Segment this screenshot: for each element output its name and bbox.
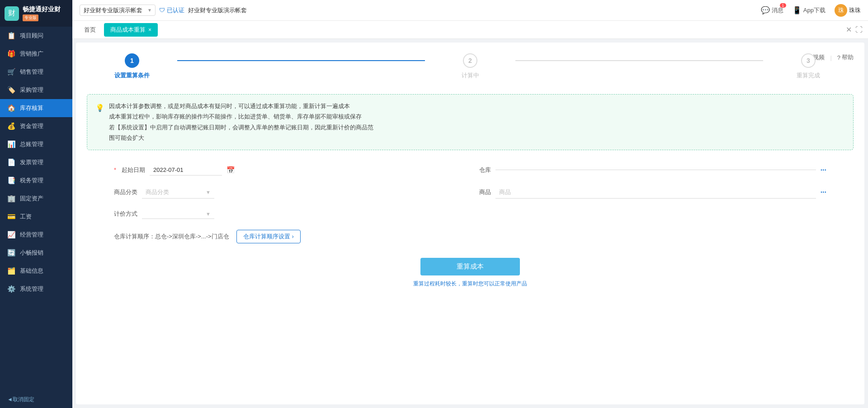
step-line-1-2 bbox=[177, 60, 425, 61]
sidebar-label-system: 系统管理 bbox=[20, 285, 43, 293]
warehouse-order-label: 仓库计算顺序：总仓->深圳仓库->...->门店仓 bbox=[114, 232, 229, 241]
sidebar-item-salary[interactable]: 💳 工资 bbox=[0, 208, 72, 226]
sidebar-item-sales[interactable]: 🛒 销售管理 bbox=[0, 63, 72, 81]
calendar-icon[interactable]: 📅 bbox=[226, 166, 235, 174]
category-select[interactable]: 商品分类 ▼ bbox=[142, 186, 214, 199]
sidebar-item-inventory[interactable]: 🏠 库存核算 bbox=[0, 99, 72, 117]
system-icon: ⚙️ bbox=[7, 285, 15, 293]
goods-field: 商品 商品 ··· bbox=[479, 186, 826, 199]
sidebar-item-marketing[interactable]: 🎁 营销推广 bbox=[0, 45, 72, 63]
start-date-field: * 起始日期 📅 bbox=[114, 165, 461, 176]
user-profile[interactable]: 珠 珠珠 bbox=[835, 4, 861, 17]
sidebar-label-marketing: 营销推广 bbox=[20, 50, 43, 58]
recalculate-button[interactable]: 重算成本 bbox=[420, 258, 520, 275]
form-row-3: 计价方式 ▼ bbox=[114, 209, 826, 219]
help-link[interactable]: ? 帮助 bbox=[837, 53, 854, 62]
message-action[interactable]: 💬 消息 1 bbox=[761, 6, 783, 14]
sidebar-pin-toggle[interactable]: ◄取消固定 bbox=[0, 391, 72, 408]
header: 好业财专业版演示帐套 ▼ 🛡 已认证 好业财专业版演示帐套 💬 消息 1 📱 A… bbox=[72, 0, 868, 21]
recalc-hint: 重算过程耗时较长，重算时您可以正常使用产品 bbox=[413, 280, 527, 288]
sidebar-item-purchase[interactable]: 🏷️ 采购管理 bbox=[0, 81, 72, 99]
sidebar-item-finance[interactable]: 💰 资金管理 bbox=[0, 117, 72, 135]
app-download-label: App下载 bbox=[803, 6, 826, 14]
sidebar-item-invoice[interactable]: 📄 发票管理 bbox=[0, 153, 72, 171]
tabs-bar: 首页 商品成本重算 × ✕ ⛶ bbox=[72, 21, 868, 39]
logo-icon: 财 bbox=[5, 6, 19, 21]
warehouse-more-icon[interactable]: ··· bbox=[821, 166, 826, 174]
start-date-input[interactable] bbox=[150, 165, 222, 176]
finance-icon: 💰 bbox=[7, 122, 15, 130]
info-box-content: 因成本计算参数调整，或是对商品成本有疑问时，可以通过成本重算功能，重新计算一遍成… bbox=[109, 101, 373, 143]
help-label: 帮助 bbox=[842, 53, 854, 62]
step1-label: 设置重算条件 bbox=[114, 71, 150, 80]
category-field: 商品分类 商品分类 ▼ bbox=[114, 186, 461, 199]
expand-window-icon[interactable]: ⛶ bbox=[855, 26, 863, 34]
expense-icon: 🔄 bbox=[7, 249, 15, 257]
start-date-label: 起始日期 bbox=[122, 166, 145, 174]
ledger-icon: 📊 bbox=[7, 140, 15, 148]
info-line-1: 因成本计算参数调整，或是对商品成本有疑问时，可以通过成本重算功能，重新计算一遍成… bbox=[109, 101, 373, 111]
assets-icon: 🏢 bbox=[7, 195, 15, 203]
message-badge: 1 bbox=[780, 3, 786, 8]
sidebar-item-project[interactable]: 📋 项目顾问 bbox=[0, 27, 72, 45]
shield-icon: 🛡 bbox=[159, 7, 165, 14]
step-1: 1 设置重算条件 bbox=[87, 53, 177, 80]
step3-number: 3 bbox=[807, 57, 810, 64]
sidebar-item-system[interactable]: ⚙️ 系统管理 bbox=[0, 280, 72, 298]
sidebar-logo: 财 畅捷通好业财 专业版 bbox=[0, 0, 72, 27]
logo-text: 畅捷通好业财 专业版 bbox=[23, 5, 61, 21]
sidebar-label-purchase: 采购管理 bbox=[20, 86, 43, 94]
message-icon: 💬 bbox=[761, 6, 770, 14]
sidebar-label-tax: 税务管理 bbox=[20, 176, 43, 185]
mobile-icon: 📱 bbox=[793, 6, 802, 14]
sidebar-label-inventory: 库存核算 bbox=[20, 104, 43, 112]
step3-label: 重算完成 bbox=[797, 71, 820, 80]
price-method-label: 计价方式 bbox=[114, 210, 137, 218]
chevron-right-icon: › bbox=[292, 233, 294, 240]
user-name: 珠珠 bbox=[849, 6, 861, 14]
warehouse-order-btn-label: 仓库计算顺序设置 bbox=[243, 232, 290, 241]
tab-home[interactable]: 首页 bbox=[78, 23, 102, 37]
price-method-select[interactable]: ▼ bbox=[142, 209, 214, 219]
goods-input[interactable]: 商品 bbox=[495, 186, 816, 199]
inventory-icon: 🏠 bbox=[7, 104, 15, 112]
close-window-icon[interactable]: ✕ bbox=[846, 25, 852, 34]
warehouse-order-settings-button[interactable]: 仓库计算顺序设置 › bbox=[236, 230, 301, 243]
project-icon: 📋 bbox=[7, 32, 15, 40]
header-left: 好业财专业版演示帐套 ▼ 🛡 已认证 好业财专业版演示帐套 bbox=[80, 5, 247, 16]
purchase-icon: 🏷️ bbox=[7, 86, 15, 94]
warehouse-order-row: 仓库计算顺序：总仓->深圳仓库->...->门店仓 仓库计算顺序设置 › bbox=[114, 230, 826, 243]
price-method-dropdown-icon: ▼ bbox=[206, 211, 211, 217]
steps-container: 1 设置重算条件 2 计算中 3 重算完成 ▶ 视频 bbox=[87, 53, 854, 80]
sidebar-nav: 📋 项目顾问 🎁 营销推广 🛒 销售管理 🏷️ 采购管理 🏠 库存核算 💰 资金… bbox=[0, 27, 72, 391]
operation-icon: 📈 bbox=[7, 231, 15, 239]
verified-text: 已认证 bbox=[167, 6, 184, 14]
goods-more-icon[interactable]: ··· bbox=[821, 188, 826, 196]
info-box: 💡 因成本计算参数调整，或是对商品成本有疑问时，可以通过成本重算功能，重新计算一… bbox=[87, 94, 854, 150]
info-line-4: 围可能会扩大 bbox=[109, 133, 373, 143]
sidebar-item-ledger[interactable]: 📊 总账管理 bbox=[0, 135, 72, 153]
info-line-2: 成本重算过程中，影响库存账的操作均不能操作，比如进货单、销货单、库存单据不能审核… bbox=[109, 111, 373, 122]
sidebar-item-operation[interactable]: 📈 经营管理 bbox=[0, 226, 72, 244]
company-select[interactable]: 好业财专业版演示帐套 bbox=[80, 5, 156, 16]
sidebar-item-basic[interactable]: 🗂️ 基础信息 bbox=[0, 262, 72, 280]
step1-number: 1 bbox=[130, 57, 134, 64]
company-name: 好业财专业版演示帐套 bbox=[188, 6, 247, 14]
tab-cost-recalc[interactable]: 商品成本重算 × bbox=[104, 23, 158, 37]
sales-icon: 🛒 bbox=[7, 68, 15, 76]
verified-badge: 🛡 已认证 bbox=[159, 6, 184, 14]
sidebar-label-basic: 基础信息 bbox=[20, 267, 43, 275]
recalc-btn-label: 重算成本 bbox=[457, 262, 484, 270]
sidebar-label-finance: 资金管理 bbox=[20, 122, 43, 130]
step2-label: 计算中 bbox=[462, 71, 479, 80]
sidebar-label-expense: 小畅报销 bbox=[20, 249, 43, 257]
tab-close-icon[interactable]: × bbox=[148, 27, 151, 33]
info-line-3: 若【系统设置】中启用了自动调整记账日期时，会调整入库单的整单记账日期，因此重新计… bbox=[109, 122, 373, 133]
sidebar-item-tax[interactable]: 📑 税务管理 bbox=[0, 171, 72, 190]
sidebar-item-assets[interactable]: 🏢 固定资产 bbox=[0, 190, 72, 208]
warehouse-field: 仓库 ··· bbox=[479, 166, 826, 174]
price-method-field: 计价方式 ▼ bbox=[114, 209, 461, 219]
company-select-wrap: 好业财专业版演示帐套 ▼ bbox=[80, 5, 156, 16]
app-download-action[interactable]: 📱 App下载 bbox=[793, 6, 826, 14]
sidebar-item-expense[interactable]: 🔄 小畅报销 bbox=[0, 244, 72, 262]
